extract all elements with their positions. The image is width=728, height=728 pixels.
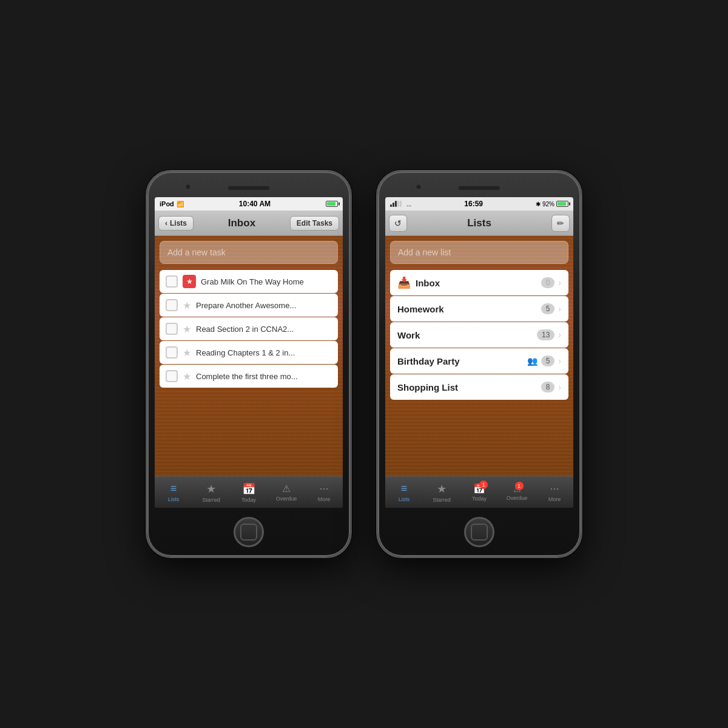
overdue-wrapper: ⚠ 1 (513, 484, 521, 494)
task-text: Reading Chapters 1 & 2 in... (196, 348, 332, 357)
task-list: ★ Grab Milk On The Way Home ★ Prepare An… (160, 270, 338, 388)
phone-2-top (385, 179, 573, 197)
list-name-birthday: Birthday Party (397, 356, 460, 366)
back-label: Lists (170, 219, 187, 228)
tab-label: Today (472, 496, 487, 502)
phone-1-top (155, 179, 343, 197)
list-row-inbox[interactable]: 📥 Inbox 0 › (390, 270, 568, 295)
chevron-icon: › (558, 304, 561, 314)
speaker-grille (458, 186, 500, 190)
phone-1: iPod 📶 10:40 AM ‹ Lists Inbox Edit Tasks (146, 170, 352, 558)
task-checkbox[interactable] (166, 370, 178, 382)
task-text: Grab Milk On The Way Home (201, 277, 332, 286)
edit-button[interactable]: ✏ (551, 215, 570, 232)
add-list-input[interactable]: Add a new list (390, 241, 568, 264)
list-collection: 📥 Inbox 0 › Homework 5 › (390, 270, 568, 400)
back-button[interactable]: ‹ Lists (158, 216, 194, 231)
tab-label: Overdue (507, 495, 528, 501)
signal-bars (390, 201, 402, 207)
tab-label: Lists (399, 496, 410, 502)
list-name-work: Work (397, 330, 420, 340)
task-item[interactable]: ★ Reading Chapters 1 & 2 in... (160, 341, 338, 364)
list-row-left: Homework (397, 304, 444, 314)
list-name-homework: Homework (397, 304, 444, 314)
task-checkbox[interactable] (166, 323, 178, 335)
chevron-icon: › (558, 356, 561, 366)
list-row-right: 5 › (541, 303, 561, 314)
list-row-birthday[interactable]: Birthday Party 👥 5 › (390, 348, 568, 374)
tab-today-2[interactable]: 📅 1 Today (460, 483, 498, 502)
bar2 (393, 203, 394, 207)
more-icon: ··· (550, 482, 559, 495)
edit-tasks-button[interactable]: Edit Tasks (290, 216, 339, 231)
task-text: Complete the first three mo... (196, 372, 332, 381)
chevron-icon: › (558, 278, 561, 288)
list-row-shopping[interactable]: Shopping List 8 › (390, 374, 568, 400)
tab-overdue[interactable]: ⚠ Overdue (268, 483, 305, 502)
star-icon: ★ (183, 347, 191, 359)
list-badge-birthday: 5 (541, 356, 555, 366)
task-item[interactable]: ★ Prepare Another Awesome... (160, 294, 338, 317)
tab-lists-2[interactable]: ≡ Lists (385, 482, 423, 502)
phone-1-screen: iPod 📶 10:40 AM ‹ Lists Inbox Edit Tasks (155, 197, 343, 508)
today-wrapper: 📅 1 (473, 483, 485, 494)
list-row-homework[interactable]: Homework 5 › (390, 296, 568, 322)
shared-icon: 👥 (527, 356, 538, 366)
list-row-work[interactable]: Work 13 › (390, 322, 568, 348)
list-row-left: 📥 Inbox (397, 276, 440, 289)
list-row-right: 0 › (541, 277, 561, 288)
status-time: 10:40 AM (239, 200, 271, 208)
tab-overdue-2[interactable]: ⚠ 1 Overdue (498, 484, 536, 501)
add-task-input[interactable]: Add a new task (160, 241, 338, 264)
task-text: Read Section 2 in CCNA2... (196, 325, 332, 334)
tab-more[interactable]: ··· More (305, 482, 343, 502)
task-item[interactable]: ★ Grab Milk On The Way Home (160, 270, 338, 293)
tab-starred-2[interactable]: ★ Starred (423, 482, 460, 503)
home-button[interactable] (234, 517, 264, 547)
task-checkbox[interactable] (166, 299, 178, 311)
task-checkbox[interactable] (166, 346, 178, 359)
home-button-inner (240, 524, 257, 541)
refresh-icon: ↺ (394, 218, 402, 228)
battery-icon-2 (556, 201, 568, 207)
status-right-2: ✱ 92% (536, 201, 568, 207)
tab-more-2[interactable]: ··· More (536, 482, 573, 502)
status-left: iPod 📶 (160, 200, 184, 207)
task-item[interactable]: ★ Read Section 2 in CCNA2... (160, 317, 338, 340)
star-icon: ★ (183, 323, 191, 335)
list-badge-inbox: 0 (541, 277, 555, 288)
list-badge-work: 13 (537, 329, 554, 340)
list-badge-homework: 5 (541, 303, 555, 314)
nav-bar-2: ↺ Lists ✏ (385, 211, 573, 236)
tab-label: Today (241, 497, 256, 503)
list-row-right: 8 › (541, 382, 561, 393)
refresh-button[interactable]: ↺ (389, 215, 407, 232)
warning-icon: ⚠ (282, 483, 291, 494)
nav-bar-1: ‹ Lists Inbox Edit Tasks (155, 211, 343, 236)
tab-label: Starred (433, 497, 451, 503)
home-button-2[interactable] (464, 517, 494, 547)
star-icon: ★ (206, 482, 216, 496)
status-right (326, 201, 338, 207)
star-icon: ★ (183, 371, 191, 382)
tab-starred[interactable]: ★ Starred (192, 482, 230, 503)
list-name-inbox: Inbox (416, 278, 440, 288)
status-bar-2: ... 16:59 ✱ 92% (385, 197, 573, 211)
status-time-2: 16:59 (464, 200, 483, 208)
lists-content: Add a new list 📥 Inbox 0 › (385, 236, 573, 476)
task-item[interactable]: ★ Complete the first three mo... (160, 365, 338, 388)
bluetooth-icon: ✱ (536, 201, 541, 207)
lists-icon: ≡ (170, 482, 177, 495)
speaker-grille (228, 186, 270, 190)
nav-title-inbox: Inbox (228, 217, 255, 229)
phone-1-bottom (155, 508, 343, 556)
tab-lists[interactable]: ≡ Lists (155, 482, 192, 502)
tab-label: Lists (168, 496, 180, 502)
carrier-dots: ... (406, 201, 411, 207)
chevron-icon: › (558, 330, 561, 340)
task-checkbox[interactable] (166, 275, 178, 288)
today-badge: 1 (479, 480, 488, 489)
tab-today[interactable]: 📅 Today (230, 482, 268, 503)
list-row-right: 13 › (537, 329, 561, 340)
task-text: Prepare Another Awesome... (196, 301, 332, 310)
